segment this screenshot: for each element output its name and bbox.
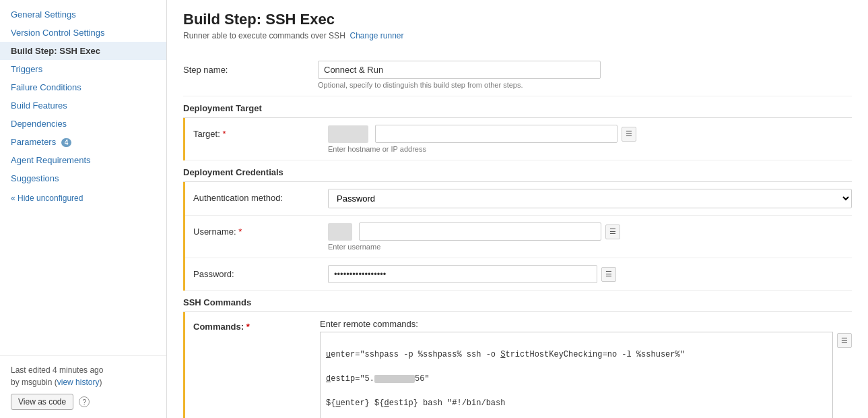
parameters-badge: 4	[61, 138, 72, 147]
auth-method-select[interactable]: Password SSH key	[328, 189, 852, 208]
sidebar-item-triggers[interactable]: Triggers	[0, 60, 166, 78]
sidebar-item-build-features[interactable]: Build Features	[0, 96, 166, 115]
step-name-hint: Optional, specify to distinguish this bu…	[318, 81, 852, 89]
help-icon[interactable]: ?	[79, 396, 90, 407]
sidebar-item-suggestions[interactable]: Suggestions	[0, 169, 166, 187]
username-input-row: ☰	[328, 222, 786, 241]
step-name-row: Step name: Optional, specify to distingu…	[183, 54, 852, 96]
deployment-credentials-section: Authentication method: Password SSH key …	[183, 182, 852, 291]
sidebar-item-version-control-settings[interactable]: Version Control Settings	[0, 24, 166, 42]
auth-method-row: Authentication method: Password SSH key	[185, 182, 852, 216]
deployment-credentials-header: Deployment Credentials	[183, 160, 852, 182]
page-subtitle: Runner able to execute commands over SSH…	[183, 31, 852, 40]
target-prefix-blur	[328, 125, 368, 143]
step-name-input[interactable]	[318, 61, 601, 79]
cmd-line-2: destip="5.56"	[326, 373, 827, 385]
password-input-row: ☰	[328, 265, 786, 283]
username-icon-btn[interactable]: ☰	[605, 225, 620, 239]
target-hint: Enter hostname or IP address	[328, 145, 852, 153]
sidebar-item-failure-conditions[interactable]: Failure Conditions	[0, 78, 166, 96]
cmd-line-3: ${uenter} ${destip} bash "#!/bin/bash	[326, 397, 827, 409]
password-label: Password:	[193, 265, 328, 279]
ssh-commands-section: Commands: * Enter remote commands: uente…	[183, 312, 852, 418]
deployment-target-header: Deployment Target	[183, 96, 852, 118]
ssh-commands-header: SSH Commands	[183, 291, 852, 312]
deployment-target-section: Target: * ☰ Enter hostname or IP address	[183, 118, 852, 160]
target-content: ☰ Enter hostname or IP address	[328, 125, 852, 153]
sidebar-item-agent-requirements[interactable]: Agent Requirements	[0, 151, 166, 169]
target-label: Target: *	[193, 125, 328, 139]
password-row: Password: ☰	[185, 258, 852, 291]
auth-method-label: Authentication method:	[193, 189, 328, 203]
commands-icon-btn[interactable]: ☰	[837, 333, 852, 348]
target-icon-btn[interactable]: ☰	[622, 127, 636, 142]
sidebar-item-dependencies[interactable]: Dependencies	[0, 115, 166, 133]
sidebar-item-general-settings[interactable]: General Settings	[0, 5, 166, 24]
sidebar-actions: View as code ?	[11, 394, 156, 410]
commands-box[interactable]: uenter="sshpass -p %sshpass% ssh -o Stri…	[320, 332, 833, 418]
auth-method-content: Password SSH key	[328, 189, 852, 208]
sidebar-item-parameters[interactable]: Parameters 4	[0, 133, 166, 151]
change-runner-link[interactable]: Change runner	[349, 31, 403, 40]
username-required: *	[238, 227, 242, 237]
username-row: Username: * ☰ Enter username	[185, 216, 852, 258]
commands-label: Commands: *	[193, 319, 320, 332]
target-required: *	[222, 129, 226, 139]
username-input[interactable]	[359, 222, 601, 241]
step-name-label: Step name:	[183, 61, 318, 75]
last-edited-info: Last edited 4 minutes ago by msgubin (vi…	[11, 364, 156, 388]
commands-area: Commands: * Enter remote commands: uente…	[185, 312, 852, 418]
step-name-content: Optional, specify to distinguish this bu…	[318, 61, 852, 89]
view-as-code-button[interactable]: View as code	[11, 394, 73, 410]
hide-unconfigured-link[interactable]: « Hide unconfigured	[11, 193, 156, 203]
view-history-link[interactable]: view history	[57, 378, 100, 387]
commands-box-wrapper: uenter="sshpass -p %sshpass% ssh -o Stri…	[320, 332, 852, 418]
sidebar-bottom: Last edited 4 minutes ago by msgubin (vi…	[0, 355, 166, 418]
sidebar: General Settings Version Control Setting…	[0, 0, 167, 418]
main-content: Build Step: SSH Exec Runner able to exec…	[167, 0, 868, 418]
username-content: ☰ Enter username	[328, 222, 852, 251]
username-prefix-blur	[328, 223, 352, 241]
commands-required: *	[246, 322, 250, 332]
username-label: Username: *	[193, 222, 328, 237]
password-input[interactable]	[328, 265, 597, 283]
password-icon-btn[interactable]: ☰	[601, 267, 616, 282]
target-input-row: ☰	[328, 125, 786, 143]
target-input[interactable]	[375, 125, 617, 143]
page-title: Build Step: SSH Exec	[183, 11, 852, 28]
password-content: ☰	[328, 265, 852, 283]
username-hint: Enter username	[328, 243, 852, 251]
target-row: Target: * ☰ Enter hostname or IP address	[185, 118, 852, 160]
commands-header-text: Enter remote commands:	[320, 319, 852, 329]
commands-content: Enter remote commands: uenter="sshpass -…	[320, 319, 852, 418]
cmd-line-1: uenter="sshpass -p %sshpass% ssh -o Stri…	[326, 349, 827, 361]
sidebar-item-build-step-ssh-exec[interactable]: Build Step: SSH Exec	[0, 42, 166, 60]
